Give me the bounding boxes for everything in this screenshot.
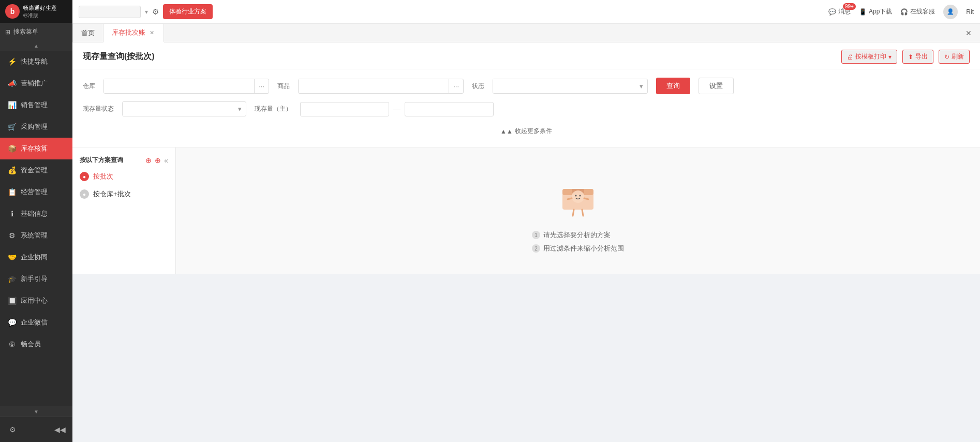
sidebar-header: b 畅康通好生意 标准版 [0, 0, 72, 23]
inventory-qty-label: 现存量（主） [255, 105, 292, 113]
topbar-search-input[interactable] [79, 6, 141, 18]
add-plan-icon[interactable]: ⊕ [145, 156, 152, 165]
tab-home[interactable]: 首页 [72, 24, 103, 42]
message-icon: 💬 [828, 8, 836, 16]
finance-icon: 💰 [7, 166, 17, 175]
topbar-gear-icon[interactable]: ⚙ [152, 7, 159, 17]
tip-num-2: 2 [532, 244, 540, 253]
sidebar-item-nav[interactable]: ⚡ 快捷导航 [0, 51, 72, 72]
collapse-btn[interactable]: ▲▲ 收起更多条件 [497, 124, 555, 139]
collapse-icon: ▲▲ [500, 128, 513, 135]
inventory-status-input[interactable] [123, 102, 234, 116]
empty-illustration [552, 168, 604, 220]
tab-panel-close-btn[interactable]: ✕ [966, 29, 972, 37]
export-icon: ⬆ [908, 53, 913, 61]
sidebar-item-management[interactable]: 📋 经营管理 [0, 181, 72, 203]
collapse-sidebar-btn[interactable]: ◀◀ [53, 422, 67, 437]
inventory-status-select: ▾ [122, 101, 246, 116]
tabbar: 首页 库存批次账 ✕ ✕ [72, 24, 980, 42]
headset-icon: 🎧 [900, 8, 908, 16]
plan-icon-red: ● [80, 172, 89, 181]
service-btn[interactable]: 🎧 在线客服 [900, 7, 935, 16]
right-area: 1 请先选择要分析的方案 2 用过滤条件来缩小分析范围 [176, 148, 980, 274]
system-icon: ⚙ [7, 231, 17, 240]
inventory-icon: 📦 [7, 144, 17, 153]
message-badge: 99+ [843, 3, 856, 10]
inventory-qty-range: — [300, 102, 435, 116]
plan-item-batch[interactable]: ● 按批次 [72, 168, 175, 185]
sidebar-item-sales[interactable]: 📊 销售管理 [0, 94, 72, 116]
sidebar-item-wechat[interactable]: 💬 企业微信 [0, 312, 72, 333]
print-btn[interactable]: 🖨 按模板打印 ▾ [841, 50, 897, 64]
collapse-row: ▲▲ 收起更多条件 [83, 124, 970, 139]
product-input[interactable] [299, 79, 449, 93]
svg-line-8 [573, 210, 574, 216]
scroll-up-btn[interactable]: ▲ [0, 40, 72, 51]
sidebar-item-purchase[interactable]: 🛒 采购管理 [0, 116, 72, 138]
product-input-group: ··· [298, 79, 464, 94]
inventory-qty-min[interactable] [300, 102, 389, 116]
plan-item-warehouse-batch[interactable]: ● 按仓库+批次 [72, 185, 175, 203]
info-icon: ℹ [7, 209, 17, 218]
warehouse-dots-btn[interactable]: ··· [254, 79, 269, 93]
collab-icon: 🤝 [7, 253, 17, 262]
topbar-chevron-icon[interactable]: ▾ [145, 8, 148, 16]
scroll-down-btn[interactable]: ▼ [0, 406, 72, 417]
product-label: 商品 [277, 82, 290, 91]
search-menu-item[interactable]: ⊞ 搜索菜单 [0, 23, 72, 40]
left-panel-header: 按以下方案查询 ⊕ ⊕ « [72, 153, 175, 168]
wechat-icon: 💬 [7, 318, 17, 327]
sidebar-item-info[interactable]: ℹ 基础信息 [0, 203, 72, 225]
company-info: 畅康通好生意 标准版 [23, 4, 57, 18]
filter-row-2: 现存量状态 ▾ 现存量（主） — [83, 101, 970, 116]
sidebar-item-collab[interactable]: 🤝 企业协同 [0, 246, 72, 268]
sidebar-item-marketing[interactable]: 📣 营销推广 [0, 72, 72, 94]
settings-icon[interactable]: ⚙ [5, 422, 20, 437]
status-chevron-icon[interactable]: ▾ [635, 79, 647, 93]
warehouse-input[interactable] [104, 79, 254, 93]
sidebar-item-apps[interactable]: 🔲 应用中心 [0, 290, 72, 312]
panel-collapse-icon[interactable]: « [164, 156, 168, 165]
query-btn[interactable]: 查询 [656, 78, 690, 94]
left-panel: 按以下方案查询 ⊕ ⊕ « ● 按批次 ● 按仓库+批次 [72, 148, 176, 274]
empty-tips: 1 请先选择要分析的方案 2 用过滤条件来缩小分析范围 [532, 230, 624, 253]
message-btn[interactable]: 💬 消息 99+ [828, 7, 851, 16]
username[interactable]: Rit [966, 8, 974, 16]
filter-area: 仓库 ··· 商品 ··· 状态 ▾ 查询 [72, 69, 980, 148]
sidebar-item-member[interactable]: ⑥ 畅会员 [0, 333, 72, 355]
member-icon: ⑥ [7, 340, 17, 349]
export-btn[interactable]: ⬆ 导出 [902, 50, 933, 64]
refresh-icon: ↻ [944, 53, 949, 61]
page-actions: 🖨 按模板打印 ▾ ⬆ 导出 ↻ 刷新 [841, 50, 970, 64]
sidebar-bottom: ⚙ ◀◀ [0, 417, 72, 442]
svg-line-7 [584, 198, 588, 199]
avatar[interactable]: 👤 [943, 5, 958, 19]
product-dots-btn[interactable]: ··· [449, 79, 463, 93]
management-icon: 📋 [7, 187, 17, 197]
sidebar-item-finance[interactable]: 💰 资金管理 [0, 159, 72, 181]
experience-btn[interactable]: 体验行业方案 [163, 4, 213, 19]
app-logo: b [5, 4, 20, 19]
nav-icon: ⚡ [7, 57, 17, 66]
left-panel-actions: ⊕ ⊕ « [145, 156, 168, 165]
svg-point-4 [575, 195, 577, 197]
sidebar-item-system[interactable]: ⚙ 系统管理 [0, 225, 72, 246]
sidebar-item-guide[interactable]: 🎓 新手引导 [0, 268, 72, 290]
refresh-btn[interactable]: ↻ 刷新 [939, 50, 970, 64]
page-content: 现存量查询(按批次) 🖨 按模板打印 ▾ ⬆ 导出 ↻ 刷新 [72, 42, 980, 442]
inventory-qty-max[interactable] [405, 102, 494, 116]
search-icon: ⊞ [5, 28, 10, 36]
topbar-right: 💬 消息 99+ 📱 App下载 🎧 在线客服 👤 Rit [828, 5, 974, 19]
tab-close-btn[interactable]: ✕ [149, 28, 155, 37]
app-download-btn[interactable]: 📱 App下载 [859, 7, 892, 16]
inventory-status-chevron-icon[interactable]: ▾ [234, 102, 246, 116]
svg-point-3 [572, 190, 584, 203]
settings-btn[interactable]: 设置 [699, 78, 734, 94]
page-title: 现存量查询(按批次) [83, 51, 155, 62]
tab-inventory-batch[interactable]: 库存批次账 ✕ [103, 24, 164, 42]
empty-state: 1 请先选择要分析的方案 2 用过滤条件来缩小分析范围 [511, 148, 645, 274]
settings-plan-icon[interactable]: ⊕ [155, 156, 161, 165]
filter-row-1: 仓库 ··· 商品 ··· 状态 ▾ 查询 [83, 78, 970, 94]
status-input[interactable] [493, 79, 635, 93]
sidebar-item-inventory[interactable]: 📦 库存核算 [0, 138, 72, 159]
